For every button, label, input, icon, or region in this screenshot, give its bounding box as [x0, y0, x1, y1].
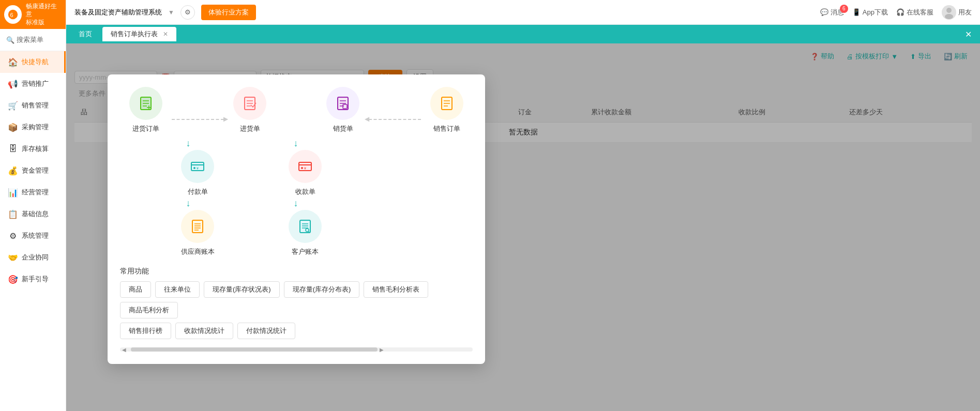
trial-btn[interactable]: 体验行业方案: [201, 5, 256, 20]
customer-account-label: 客户账本: [292, 247, 319, 256]
common-buttons-row1: 商品 往来单位 现存量(库存状况表) 现存量(库存分布表) 销售毛利分析表 商品…: [120, 281, 473, 318]
search-menu-button[interactable]: 🔍 搜索菜单: [4, 33, 62, 47]
sidebar-item-basic-info[interactable]: 📋 基础信息: [0, 203, 66, 225]
app-download-button[interactable]: 📱 App下载: [852, 8, 888, 17]
btn-product-margin[interactable]: 商品毛利分析: [120, 302, 178, 318]
svg-point-3: [946, 8, 952, 13]
supplier-account-label: 供应商账本: [181, 247, 215, 256]
search-icon: 🔍: [6, 36, 14, 44]
scrollbar-thumb[interactable]: [131, 347, 378, 352]
purchase-bill-icon: [233, 87, 266, 120]
tab-close-button[interactable]: ✕: [163, 31, 168, 38]
common-functions-section: 常用功能 商品 往来单位 现存量(库存状况表) 现存量(库存分布表) 销售毛利分…: [120, 267, 473, 339]
flow-item-supplier-account[interactable]: 供应商账本: [172, 210, 223, 256]
sidebar-item-marketing[interactable]: 📢 营销推广: [0, 73, 66, 95]
btn-partner[interactable]: 往来单位: [155, 281, 200, 298]
sidebar-item-guide[interactable]: 🎯 新手引导: [0, 268, 66, 290]
scroll-right-arrow[interactable]: ▶: [378, 345, 386, 354]
flow-item-payment-bill[interactable]: ¥ 付款单: [172, 150, 223, 196]
guide-icon: 🎯: [8, 275, 18, 284]
svg-point-4: [945, 14, 953, 19]
purchase-order-label: 进货订单: [132, 124, 159, 133]
sidebar-item-quick-nav[interactable]: 🏠 快捷导航: [0, 51, 66, 73]
system-icon: ⚙: [8, 231, 18, 240]
scroll-left-arrow[interactable]: ◀: [120, 345, 128, 354]
user-menu-button[interactable]: 用友: [942, 5, 972, 20]
purchase-bill-label: 进货单: [240, 124, 260, 133]
modal-overlay: 进货订单 ▶: [66, 43, 980, 411]
topbar-dropdown[interactable]: ▼: [168, 9, 174, 16]
btn-stock-status[interactable]: 现存量(库存状况表): [204, 281, 280, 298]
sidebar-item-finance[interactable]: 💰 资金管理: [0, 160, 66, 181]
close-all-tabs-button[interactable]: ✕: [961, 29, 976, 39]
svg-text:¥: ¥: [197, 166, 199, 170]
btn-sales-rank[interactable]: 销售排行榜: [120, 323, 171, 339]
user-avatar: [942, 5, 956, 20]
btn-stock-dist[interactable]: 现存量(库存分布表): [284, 281, 360, 298]
topbar-right: 💬 消息 6 📱 App下载 🎧 在线客服 用友: [820, 5, 972, 20]
sales-bill-label: 销货单: [333, 124, 353, 133]
service-icon: 🎧: [896, 8, 904, 16]
sales-bill-icon: [326, 87, 359, 120]
sidebar-search[interactable]: 🔍 搜索菜单: [0, 29, 66, 51]
tab-home[interactable]: 首页: [70, 27, 100, 41]
system-title: 装备及固定资产辅助管理系统: [74, 8, 162, 17]
quick-nav-modal: 进货订单 ▶: [108, 74, 485, 364]
download-icon: 📱: [852, 8, 861, 16]
btn-payment-stats[interactable]: 付款情况统计: [237, 323, 295, 339]
home-icon: 🏠: [8, 57, 18, 67]
sales-order-label: 销售订单: [433, 124, 460, 133]
sidebar-logo: 6 畅康通好生意 标准版: [0, 0, 66, 29]
message-badge: 6: [840, 5, 848, 13]
inventory-icon: 🗄: [8, 144, 18, 154]
payment-bill-label: 付款单: [188, 187, 208, 196]
btn-sales-margin[interactable]: 销售毛利分析表: [364, 281, 428, 298]
message-icon: 💬: [820, 8, 828, 16]
btn-receipt-stats[interactable]: 收款情况统计: [175, 323, 233, 339]
arrow-so-to-sb: ◀: [369, 119, 421, 133]
sidebar-nav: 🏠 快捷导航 📢 营销推广 🛒 销售管理 📦 采购管理 🗄 库存核算 💰: [0, 51, 66, 411]
cooperation-icon: 🤝: [8, 253, 18, 262]
finance-icon: 💰: [8, 166, 18, 175]
settings-gear-button[interactable]: ⚙: [180, 5, 195, 20]
logo-text: 畅康通好生意 标准版: [26, 3, 62, 27]
operation-icon: 📊: [8, 188, 18, 197]
sidebar-item-operation[interactable]: 📊 经营管理: [0, 181, 66, 203]
purchase-order-icon: [129, 87, 162, 120]
sidebar-item-inventory[interactable]: 🗄 库存核算: [0, 138, 66, 160]
svg-text:6: 6: [10, 12, 13, 18]
marketing-icon: 📢: [8, 79, 18, 88]
flow-item-purchase-bill[interactable]: 进货单: [224, 87, 276, 133]
logo-icon: 6: [4, 5, 22, 24]
sidebar-item-system[interactable]: ⚙ 系统管理: [0, 225, 66, 247]
sidebar: 6 畅康通好生意 标准版 🔍 搜索菜单 🏠 快捷导航 📢 营销推广 �: [0, 0, 66, 411]
sales-order-icon: [430, 87, 463, 120]
svg-point-29: [193, 167, 195, 169]
svg-point-40: [301, 167, 303, 169]
main-area: 装备及固定资产辅助管理系统 ▼ ⚙ 体验行业方案 💬 消息 6 📱 App下载 …: [66, 0, 980, 411]
down-arrow-sb: ↓ ¥ 收款单 ↓: [279, 138, 312, 256]
arrow-po-to-pb: ▶: [172, 119, 224, 133]
online-service-button[interactable]: 🎧 在线客服: [896, 8, 933, 17]
content-area: ❓ 帮助 🖨 按模板打印 ▼ ⬆ 导出 🔄 刷新: [66, 43, 980, 411]
receipt-bill-label: 收款单: [295, 187, 315, 196]
flow-item-customer-account[interactable]: 客户账本: [279, 210, 331, 256]
flow-section: 进货订单 ▶: [120, 87, 473, 256]
tab-sales-order[interactable]: 销售订单执行表 ✕: [102, 27, 176, 41]
receipt-bill-icon: ¥: [289, 150, 322, 183]
supplier-account-icon: [181, 210, 214, 243]
flow-item-sales-order[interactable]: 销售订单: [421, 87, 473, 133]
flow-item-purchase-order[interactable]: 进货订单: [120, 87, 172, 133]
btn-product[interactable]: 商品: [120, 281, 151, 298]
common-buttons-row2: 销售排行榜 收款情况统计 付款情况统计: [120, 323, 473, 339]
topbar: 装备及固定资产辅助管理系统 ▼ ⚙ 体验行业方案 💬 消息 6 📱 App下载 …: [66, 0, 980, 25]
modal-scrollbar[interactable]: ◀ ▶: [120, 347, 473, 352]
sidebar-item-purchase[interactable]: 📦 采购管理: [0, 116, 66, 138]
payment-bill-icon: ¥: [181, 150, 214, 183]
sidebar-item-sales[interactable]: 🛒 销售管理: [0, 95, 66, 116]
message-button[interactable]: 💬 消息 6: [820, 8, 844, 17]
flow-item-receipt-bill[interactable]: ¥ 收款单: [279, 150, 331, 196]
sidebar-item-cooperation[interactable]: 🤝 企业协同: [0, 247, 66, 268]
customer-account-icon: [289, 210, 322, 243]
flow-item-sales-bill[interactable]: 销货单: [317, 87, 369, 133]
